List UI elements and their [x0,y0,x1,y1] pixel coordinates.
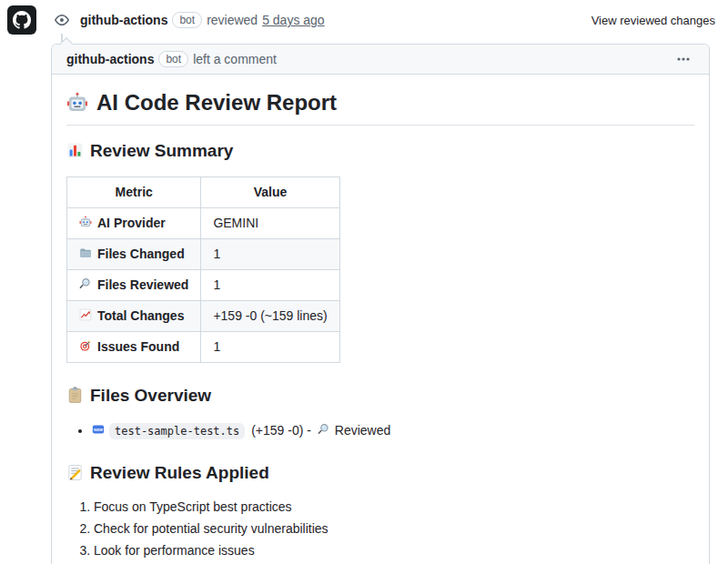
magnifier-icon [318,423,330,436]
files-overview-heading-text: Files Overview [90,385,211,407]
chart-increasing-icon [79,308,92,321]
github-octocat-icon [13,11,31,29]
comment-action-text: left a comment [193,52,277,66]
rules-list: Focus on TypeScript best practices Check… [66,498,694,564]
metric-label: Files Changed [97,247,185,261]
eye-icon [55,13,69,27]
summary-heading-text: Review Summary [90,140,233,162]
view-reviewed-changes-toggle[interactable]: View reviewed changes [592,14,715,27]
table-row: Files Changed 1 [67,238,340,269]
metric-value: GEMINI [201,207,339,238]
magnifier-icon [79,277,92,290]
metric-label: AI Provider [97,216,166,230]
table-header-row: Metric Value [67,176,340,207]
rules-heading: Review Rules Applied [66,462,694,484]
pr-review-timeline-page: { "timeline": { "author": "github-action… [0,0,728,564]
kebab-horizontal-icon [676,52,691,66]
list-item: Check for potential security vulnerabili… [94,519,694,539]
comment-header: github-actions bot left a comment [52,45,709,75]
table-row: AI Provider GEMINI [67,207,340,238]
metric-value: +159 -0 (~159 lines) [201,300,339,331]
avatar[interactable] [7,5,36,35]
list-item: Look for performance issues [94,541,694,560]
new-button-icon: NEW [92,423,105,436]
timeline-author-link[interactable]: github-actions [80,13,167,27]
robot-icon [79,216,92,228]
report-title: AI Code Review Report [66,89,694,126]
rules-heading-text: Review Rules Applied [90,462,269,484]
table-row: Issues Found 1 [67,331,340,362]
list-item: Focus on TypeScript best practices [94,498,694,517]
bot-badge: bot [172,12,202,28]
metric-column-header: Metric [67,176,201,207]
file-change-stats: (+159 -0) - [251,423,311,438]
summary-heading: Review Summary [66,140,694,162]
metric-value: 1 [201,331,339,362]
files-list: NEW test-sample-test.ts (+159 -0) - Revi… [66,421,694,440]
value-column-header: Value [201,176,339,207]
robot-icon [66,92,88,114]
comment-author-link[interactable]: github-actions [66,52,154,66]
table-row: Files Reviewed 1 [67,269,340,300]
comment-options-button[interactable] [672,50,694,68]
file-name-code: test-sample-test.ts [109,423,245,439]
comment-body: AI Code Review Report Review Summary Met… [52,75,709,564]
memo-icon [66,464,84,481]
file-review-status: Reviewed [335,423,390,438]
review-event-row: github-actions bot reviewed 5 days ago V… [7,5,715,35]
bar-chart-icon [66,142,84,159]
table-row: Total Changes +159 -0 (~159 lines) [67,300,340,331]
list-item: NEW test-sample-test.ts (+159 -0) - Revi… [92,421,694,440]
svg-text:NEW: NEW [94,428,103,432]
files-overview-heading: Files Overview [66,385,694,407]
metric-label: Issues Found [97,339,179,354]
folder-icon [79,247,92,259]
report-title-text: AI Code Review Report [96,89,337,116]
timestamp-link[interactable]: 5 days ago [262,13,325,27]
clipboard-icon [66,387,84,404]
bot-badge: bot [158,51,188,67]
review-summary-table: Metric Value AI P [66,176,340,363]
timeline-action-text: reviewed [207,13,258,27]
metric-value: 1 [201,269,339,300]
metric-label: Files Reviewed [97,277,188,292]
target-icon [79,339,92,352]
review-comment-card: github-actions bot left a comment AI Cod… [51,44,710,564]
metric-label: Total Changes [97,308,184,323]
metric-value: 1 [201,238,339,269]
